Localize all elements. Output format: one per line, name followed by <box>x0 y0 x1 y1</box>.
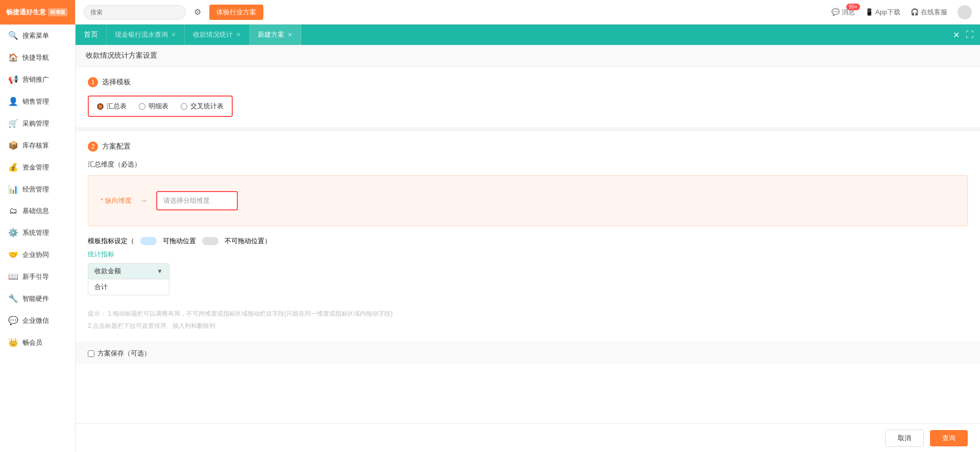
logo-text: 畅捷通好生意 <box>6 8 46 17</box>
query-button[interactable]: 查询 <box>930 430 968 446</box>
sidebar-item-新手引导[interactable]: 📖新手引导 <box>0 266 75 288</box>
download-icon: 📱 <box>865 8 873 16</box>
metrics-header: 模板指标设定（ 可拖动位置 不可拖动位置） <box>88 236 968 246</box>
sidebar-item-销售管理[interactable]: 👤销售管理 <box>0 90 75 112</box>
main-area: ⚙ 体验行业方案 💬 消息 99+ 📱 App下载 🎧 在线客服 首页现金银行流… <box>76 0 980 452</box>
fullscreen-icon[interactable]: ⛶ <box>966 30 974 39</box>
tab-新建方案[interactable]: 新建方案 ✕ <box>250 25 301 45</box>
tab-收款情况统计[interactable]: 收款情况统计 ✕ <box>185 25 250 45</box>
sidebar-item-库存核算[interactable]: 📦库存核算 <box>0 134 75 156</box>
save-checkbox[interactable] <box>88 350 94 357</box>
radio-mingxi-input[interactable] <box>139 103 145 110</box>
tab-close-icon[interactable]: ✕ <box>287 31 292 38</box>
service-icon: 🎧 <box>911 8 919 16</box>
notification-item[interactable]: 💬 消息 99+ <box>831 8 855 17</box>
metrics-col-sub: 合计 <box>88 279 169 295</box>
gear-icon[interactable]: ⚙ <box>194 7 201 17</box>
radio-jiaocha-input[interactable] <box>181 103 187 110</box>
sidebar-item-label: 基础信息 <box>22 206 49 216</box>
download-label: App下载 <box>875 8 900 17</box>
tab-close-icon[interactable]: ✕ <box>171 31 176 38</box>
sidebar-item-label: 企业协同 <box>22 250 49 259</box>
tab-首页[interactable]: 首页 <box>76 25 107 45</box>
save-row: 方案保存（可选） <box>76 342 980 364</box>
sidebar-item-企业协同[interactable]: 🤝企业协同 <box>0 244 75 266</box>
content-area: 收款情况统计方案设置 1 选择模板 汇总表 明细表 <box>76 45 980 423</box>
save-label-text: 方案保存（可选） <box>97 349 151 358</box>
sidebar: 畅捷通好生意 标准版 🔍搜索菜单🏠快捷导航📢营销推广👤销售管理🛒采购管理📦库存核… <box>0 0 76 452</box>
tab-bar: 首页现金银行流水查询 ✕收款情况统计 ✕新建方案 ✕ ✕ ⛶ <box>76 25 980 45</box>
metrics-table: 收款金额 ▼ 合计 <box>88 263 169 295</box>
page-title: 收款情况统计方案设置 <box>86 51 157 59</box>
tab-现金银行流水查询[interactable]: 现金银行流水查询 ✕ <box>107 25 185 45</box>
sidebar-icon: 📦 <box>8 140 18 150</box>
sidebar-item-采购管理[interactable]: 🛒采购管理 <box>0 112 75 134</box>
sidebar-item-label: 快捷导航 <box>22 53 49 62</box>
sidebar-item-企业微信[interactable]: 💬企业微信 <box>0 310 75 331</box>
sidebar-icon: 📖 <box>8 272 18 281</box>
step1-section: 1 选择模板 汇总表 明细表 交叉统计表 <box>76 67 980 127</box>
template-select-row: 汇总表 明细表 交叉统计表 <box>88 96 233 117</box>
sidebar-item-label: 销售管理 <box>22 97 49 106</box>
radio-huizong[interactable]: 汇总表 <box>97 102 127 111</box>
save-checkbox-label[interactable]: 方案保存（可选） <box>88 349 151 358</box>
trial-button[interactable]: 体验行业方案 <box>209 5 263 20</box>
hint-line-1: 提示： 1.拖动标题栏可以调整布局，不可跨维度或指标区域拖动栏目字段(只能在同一… <box>88 307 968 320</box>
sidebar-icon: 🔧 <box>8 294 18 303</box>
sidebar-item-畅会员[interactable]: 👑畅会员 <box>0 331 75 353</box>
sidebar-item-搜索菜单[interactable]: 🔍搜索菜单 <box>0 25 75 46</box>
no-drag-indicator <box>202 237 218 245</box>
sidebar-item-系统管理[interactable]: ⚙️系统管理 <box>0 222 75 244</box>
sidebar-icon: 👤 <box>8 97 18 106</box>
service-item[interactable]: 🎧 在线客服 <box>911 8 947 17</box>
chevron-down-icon[interactable]: ▼ <box>157 268 163 275</box>
tab-label: 新建方案 <box>258 30 284 39</box>
step1-text: 选择模板 <box>102 78 131 87</box>
step2-section: 2 方案配置 汇总维度（必选） * 纵向维度 → 请选择分组维度 <box>76 131 980 342</box>
sidebar-item-快捷导航[interactable]: 🏠快捷导航 <box>0 46 75 68</box>
sidebar-logo: 畅捷通好生意 标准版 <box>0 0 75 25</box>
sidebar-item-经营管理[interactable]: 📊经营管理 <box>0 178 75 200</box>
metrics-section: 模板指标设定（ 可拖动位置 不可拖动位置） 统计指标 收款金额 ▼ 合计 <box>88 236 968 332</box>
message-icon: 💬 <box>831 8 840 16</box>
sidebar-icon: 👑 <box>8 338 18 347</box>
sidebar-icon: 🤝 <box>8 250 18 259</box>
close-all-icon[interactable]: ✕ <box>953 30 960 40</box>
sidebar-icon: 📊 <box>8 184 18 194</box>
sidebar-icon: 🔍 <box>8 31 18 40</box>
sidebar-item-label: 系统管理 <box>22 228 49 237</box>
tab-label: 现金银行流水查询 <box>115 30 168 39</box>
sidebar-item-智能硬件[interactable]: 🔧智能硬件 <box>0 288 75 310</box>
step1-badge: 1 <box>88 77 98 87</box>
sidebar-item-label: 畅会员 <box>22 338 42 347</box>
radio-mingxi-label: 明细表 <box>149 102 168 111</box>
tab-close-icon[interactable]: ✕ <box>236 31 241 38</box>
avatar[interactable] <box>958 5 972 19</box>
sidebar-icon: 🛒 <box>8 118 18 128</box>
dim-select-placeholder: 请选择分组维度 <box>163 197 210 204</box>
sidebar-item-营销推广[interactable]: 📢营销推广 <box>0 68 75 90</box>
radio-jiaocha-label: 交叉统计表 <box>190 102 224 111</box>
search-input[interactable] <box>84 5 186 19</box>
sidebar-icon: 🏠 <box>8 53 18 62</box>
tab-bar-actions: ✕ ⛶ <box>947 25 980 45</box>
dim-select[interactable]: 请选择分组维度 <box>156 191 238 210</box>
top-header: ⚙ 体验行业方案 💬 消息 99+ 📱 App下载 🎧 在线客服 <box>76 0 980 25</box>
sidebar-item-label: 搜索菜单 <box>22 31 49 40</box>
sidebar-item-label: 新手引导 <box>22 272 49 281</box>
sidebar-item-label: 资金管理 <box>22 163 49 172</box>
radio-huizong-input[interactable] <box>97 103 104 110</box>
metrics-header-text: 模板指标设定（ <box>88 236 134 246</box>
sidebar-item-资金管理[interactable]: 💰资金管理 <box>0 156 75 178</box>
arrow-icon: → <box>140 196 148 205</box>
sidebar-item-基础信息[interactable]: 🗂基础信息 <box>0 200 75 222</box>
tab-label: 首页 <box>84 30 98 39</box>
download-item[interactable]: 📱 App下载 <box>865 8 900 17</box>
radio-jiaocha[interactable]: 交叉统计表 <box>181 102 224 111</box>
dimension-area: * 纵向维度 → 请选择分组维度 <box>88 175 968 226</box>
sidebar-nav: 🔍搜索菜单🏠快捷导航📢营销推广👤销售管理🛒采购管理📦库存核算💰资金管理📊经营管理… <box>0 25 75 452</box>
radio-mingxi[interactable]: 明细表 <box>139 102 168 111</box>
cancel-button[interactable]: 取消 <box>885 430 924 447</box>
draggable-indicator <box>140 237 157 245</box>
sidebar-item-label: 营销推广 <box>22 75 49 84</box>
